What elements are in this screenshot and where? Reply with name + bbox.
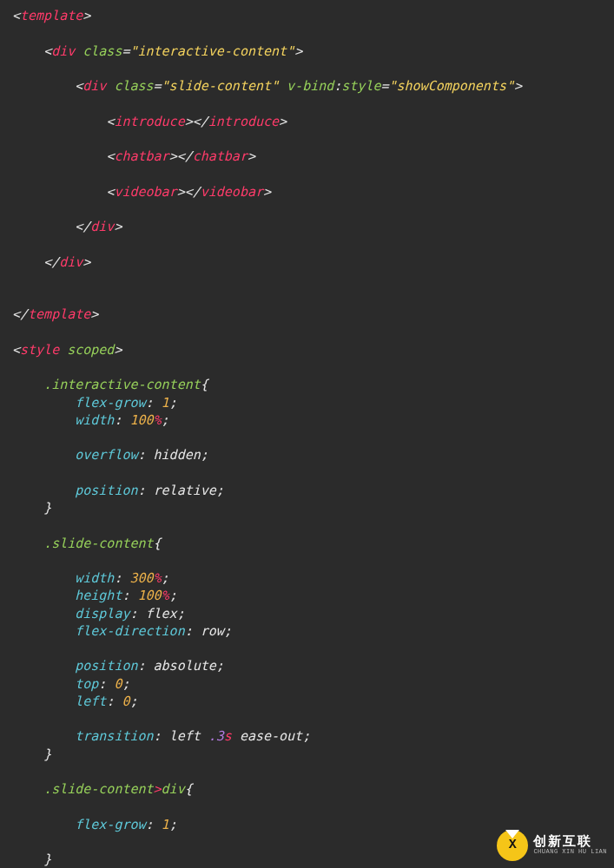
code-block: <template> <div class="interactive-conte…	[0, 0, 614, 868]
watermark-text: 创新互联 CHUANG XIN HU LIAN	[533, 836, 607, 855]
watermark: X 创新互联 CHUANG XIN HU LIAN	[497, 830, 607, 861]
watermark-pinyin: CHUANG XIN HU LIAN	[533, 849, 607, 855]
watermark-logo-icon: X	[497, 830, 528, 861]
watermark-cn: 创新互联	[533, 836, 607, 849]
